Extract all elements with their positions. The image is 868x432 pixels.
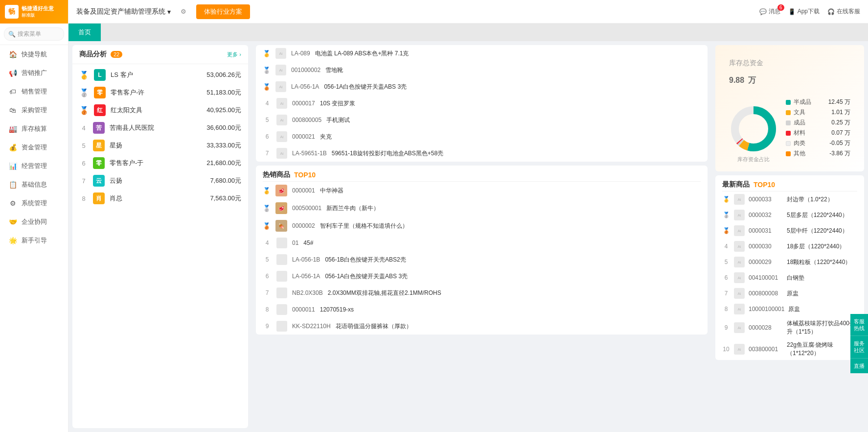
- float-buttons: 客服 热线 服务 社区 直播: [850, 314, 868, 373]
- inventory-card: 库存总资金 9.88 万: [715, 45, 864, 171]
- product-item-7: 7 Ai LA-59651-1B 59651-1B旋转投影灯电池盒ABS黑色+5…: [256, 145, 708, 162]
- new-item-2: 🥈 Ai 0000032 5层多层（1220*2440）: [715, 207, 864, 223]
- inventory-summary: 库存总资金 9.88 万: [722, 52, 857, 93]
- search-menu-button[interactable]: 🔍 搜索菜单: [4, 27, 64, 41]
- product-item-6: 6 Ai 0000021 夹克: [256, 128, 708, 145]
- system-name-label: 装备及固定资产辅助管理系统: [76, 7, 165, 16]
- card-header-customer: 商品分析 22 更多 ›: [72, 45, 248, 64]
- inventory-amount: 9.88 万: [729, 71, 850, 86]
- customer-item-7: 7 云 云扬 7,680.00元: [72, 172, 248, 190]
- messages-badge: 6: [777, 4, 784, 11]
- message-icon: 💬: [759, 8, 767, 15]
- hot-img-4: [276, 238, 287, 248]
- customer-item-4: 4 苦 苦南县人民医院 36,600.00元: [72, 119, 248, 137]
- new-item-6: 6 Ai 004100001 白钢垫: [715, 270, 864, 286]
- messages-button[interactable]: 💬 消息 6: [759, 7, 780, 16]
- tab-home[interactable]: 首页: [69, 24, 101, 41]
- clipboard-icon: 📋: [8, 181, 18, 189]
- customer-avatar-4: 苦: [93, 122, 105, 134]
- right-panel: 库存总资金 9.88 万: [711, 41, 868, 432]
- donut-chart: 库存资金占比: [729, 104, 778, 153]
- hot-item-4: 4 01 45#: [256, 235, 708, 251]
- sidebar-item-operations[interactable]: 📊 经营管理: [0, 157, 68, 175]
- product-img-5: Ai: [276, 115, 287, 125]
- customer-avatar-1: L: [94, 69, 106, 81]
- donut-svg: [729, 104, 778, 153]
- legend-item-6: 其他 -3.86 万: [786, 149, 850, 158]
- legend-dot-1: [786, 100, 791, 105]
- sidebar-item-quick-nav[interactable]: 🏠 快捷导航: [0, 45, 68, 64]
- content-area: 商品分析 22 更多 › 🥇 L LS 客户 53,006.26元 🥈 零: [69, 41, 868, 432]
- app-download-button[interactable]: 📱 App下载: [788, 7, 820, 16]
- main-area: 装备及固定资产辅助管理系统 ▾ ⚙ 体验行业方案 💬 消息 6 📱 App下载 …: [69, 0, 868, 432]
- customer-item-8: 8 肖 肖总 7,563.00元: [72, 190, 248, 207]
- sidebar-item-basics[interactable]: 📋 基础信息: [0, 175, 68, 194]
- sidebar-item-finance[interactable]: 💰 资金管理: [0, 138, 68, 157]
- sidebar-item-collab[interactable]: 🤝 企业协同: [0, 213, 68, 231]
- sidebar-item-purchase[interactable]: 🛍 采购管理: [0, 101, 68, 120]
- middle-panel: 🥇 Ai LA-089 电池盖 LA-089 ABS本色+黑种 7.1克 🥈 A…: [252, 41, 711, 432]
- hot-img-7: [276, 288, 287, 298]
- product-sales-list: 🥇 Ai LA-089 电池盖 LA-089 ABS本色+黑种 7.1克 🥈 A…: [256, 45, 708, 162]
- product-img-6: Ai: [276, 131, 287, 142]
- product-item-5: 5 Ai 000800005 手机测试: [256, 112, 708, 128]
- app-logo-text: 畅捷通好生意 标准版: [22, 5, 54, 19]
- customer-avatar-3: 红: [94, 104, 106, 116]
- hot-item-1: 🥇 🥩 0000001 中华神器: [256, 182, 708, 199]
- product-img-3: Ai: [275, 81, 286, 92]
- product-sales-card: 🥇 Ai LA-089 电池盖 LA-089 ABS本色+黑种 7.1克 🥈 A…: [256, 45, 708, 162]
- new-item-8: 8 Ai 10000100001 原盅: [715, 301, 864, 317]
- legend-dot-2: [786, 110, 791, 115]
- sidebar-item-newbie[interactable]: 🌟 新手引导: [0, 231, 68, 250]
- new-img-6: Ai: [734, 272, 745, 283]
- new-img-1: Ai: [734, 194, 745, 205]
- product-item-2: 🥈 Ai 001000002 雪地靴: [256, 62, 708, 78]
- tab-bar: 首页: [69, 24, 868, 41]
- left-panel: 商品分析 22 更多 › 🥇 L LS 客户 53,006.26元 🥈 零: [69, 41, 252, 432]
- legend-dot-6: [786, 151, 791, 156]
- trial-plan-button[interactable]: 体验行业方案: [196, 4, 250, 19]
- product-img-7: Ai: [276, 148, 287, 159]
- product-item-1: 🥇 Ai LA-089 电池盖 LA-089 ABS本色+黑种 7.1克: [256, 45, 708, 62]
- float-btn-hotline[interactable]: 客服 热线: [850, 314, 868, 336]
- shopping-icon: 🛍: [8, 106, 18, 114]
- hot-img-2: 🥩: [275, 202, 287, 214]
- more-link[interactable]: 更多 ›: [227, 51, 241, 58]
- float-btn-live[interactable]: 直播: [850, 359, 868, 373]
- new-img-3: Ai: [734, 225, 745, 236]
- float-btn-community[interactable]: 服务 社区: [850, 336, 868, 359]
- sidebar-item-system[interactable]: ⚙ 系统管理: [0, 194, 68, 213]
- hot-item-7: 7 NB2.0X30B 2.0X30MM双排花轴,摇花直径2.1MM/ROHS: [256, 285, 708, 301]
- hot-item-9: 9 KK-SD22110H 花语萌值温分腿裤袜（厚款）: [256, 318, 708, 335]
- money-icon: 💰: [8, 144, 18, 151]
- phone-icon: 📱: [788, 8, 796, 15]
- sidebar-nav: 🏠 快捷导航 📢 营销推广 🏷 销售管理 🛍 采购管理 🏭 库存核算 💰 资金管…: [0, 45, 68, 432]
- new-img-8: Ai: [734, 304, 745, 314]
- new-img-4: Ai: [734, 241, 745, 252]
- hot-img-6: [276, 271, 287, 282]
- customer-avatar-2: 零: [94, 87, 106, 98]
- sidebar-item-sales[interactable]: 🏷 销售管理: [0, 82, 68, 101]
- new-item-7: 7 Ai 000800008 原盅: [715, 286, 864, 301]
- tag-icon: 🏷: [8, 88, 18, 96]
- inventory-title: 库存总资金: [729, 59, 850, 68]
- sidebar-logo: 畅 畅捷通好生意 标准版: [0, 0, 68, 24]
- customer-ranking-card: 商品分析 22 更多 › 🥇 L LS 客户 53,006.26元 🥈 零: [72, 45, 248, 428]
- card-title-label: 商品分析: [79, 50, 107, 59]
- hot-item-3: 🥉 🍖 0000002 智利车子里（规格不知道填什么）: [256, 217, 708, 235]
- topbar-actions: 💬 消息 6 📱 App下载 🎧 在线客服: [759, 7, 860, 16]
- gear-icon: ⚙: [8, 199, 18, 207]
- sidebar-item-marketing[interactable]: 📢 营销推广: [0, 64, 68, 82]
- card-badge: 22: [111, 51, 122, 58]
- hot-products-card: 热销商品 TOP10 🥇 🥩 0000001 中华神器 🥈 🥩 00050000…: [256, 166, 708, 335]
- online-service-button[interactable]: 🎧 在线客服: [827, 7, 860, 16]
- search-icon: 🔍: [8, 31, 16, 38]
- new-item-1: 🥇 Ai 0000033 封边带（1.0*22）: [715, 192, 864, 207]
- legend-item-1: 半成品 12.45 万: [786, 98, 850, 106]
- legend-dot-4: [786, 131, 791, 136]
- chart-icon: 📊: [8, 162, 18, 170]
- settings-button[interactable]: ⚙: [177, 5, 190, 19]
- sidebar-item-inventory[interactable]: 🏭 库存核算: [0, 120, 68, 138]
- product-img-1: Ai: [275, 48, 286, 59]
- system-name-dropdown[interactable]: 装备及固定资产辅助管理系统 ▾: [76, 7, 171, 16]
